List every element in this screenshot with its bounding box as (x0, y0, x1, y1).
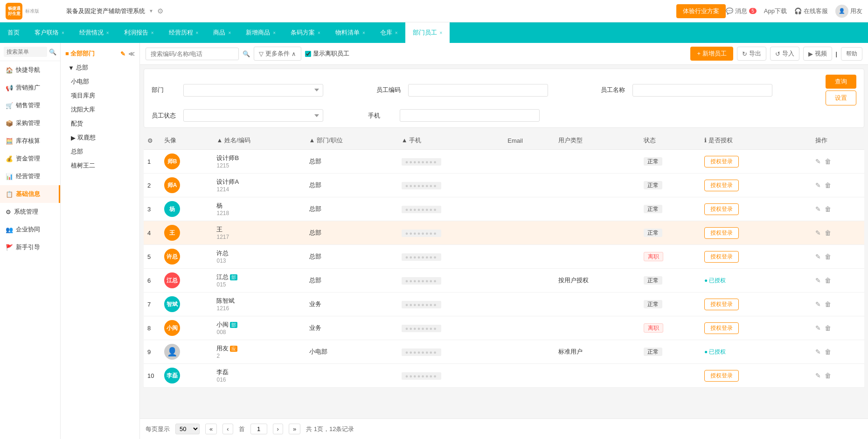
auth-button[interactable]: 授权登录 (704, 251, 739, 263)
collapse-tree-icon[interactable]: ≪ (128, 50, 135, 57)
show-resigned-label[interactable]: 显示离职员工 (305, 49, 349, 58)
sidebar-search-input[interactable] (4, 47, 47, 57)
edit-icon[interactable]: ✎ (815, 181, 821, 189)
tab-goods[interactable]: 商品 × (206, 22, 238, 43)
sidebar-item-inventory[interactable]: 🧮 库存核算 (0, 132, 60, 150)
edit-dept-icon[interactable]: ✎ (120, 50, 125, 57)
export-button[interactable]: ↻ 导出 (737, 47, 766, 61)
auth-button[interactable]: 授权登录 (704, 227, 739, 239)
filter-emp-name-input[interactable] (632, 84, 772, 97)
add-employee-button[interactable]: + 新增员工 (690, 47, 733, 61)
edit-icon[interactable]: ✎ (815, 229, 821, 237)
settings-icon[interactable]: ⚙ (157, 7, 163, 15)
tab-customer[interactable]: 客户联络 × (27, 22, 72, 43)
toolbar: 🔍 ▽ 更多条件 ∧ 显示离职员工 + 新增员工 ↻ 导出 (140, 43, 868, 65)
col-name[interactable]: ▲ 姓名/编码 (213, 132, 305, 150)
dept-node-zongbu[interactable]: ▼ 总部 (61, 61, 139, 75)
experience-button[interactable]: 体验行业方案 (676, 4, 726, 18)
more-filters-button[interactable]: ▽ 更多条件 ∧ (254, 47, 301, 61)
dept-node-zhishu[interactable]: 植树王二 (61, 159, 139, 173)
auth-button[interactable]: 授权登录 (704, 156, 739, 167)
sidebar-item-guide[interactable]: 🚩 新手引导 (0, 238, 60, 256)
dept-node-shuangluxiang[interactable]: ▶ 双鹿想 (61, 131, 139, 145)
edit-icon[interactable]: ✎ (815, 324, 821, 332)
sidebar-item-basic-info[interactable]: 📋 基础信息 (0, 185, 60, 203)
help-button[interactable]: 帮助 (841, 47, 862, 61)
auth-button[interactable]: 授权登录 (704, 299, 739, 310)
tab-bom[interactable]: 物料清单 × (328, 22, 373, 43)
tab-home[interactable]: 首页 (0, 22, 27, 43)
delete-icon[interactable]: 🗑 (825, 158, 831, 165)
reset-button[interactable]: 设置 (826, 91, 856, 105)
edit-icon[interactable]: ✎ (815, 372, 821, 379)
edit-icon[interactable]: ✎ (815, 253, 821, 260)
last-page-button[interactable]: » (289, 424, 300, 434)
tab-barcode[interactable]: 条码方案 × (283, 22, 328, 43)
messages-button[interactable]: 💬 消息 5 (726, 7, 757, 15)
prev-page-button[interactable]: ‹ (222, 424, 233, 434)
tab-history[interactable]: 经营历程 × (161, 22, 206, 43)
delete-icon[interactable]: 🗑 (825, 253, 831, 260)
auth-button[interactable]: 授权登录 (704, 322, 739, 334)
show-resigned-checkbox[interactable] (305, 51, 311, 57)
import-button[interactable]: ↺ 导入 (770, 47, 799, 61)
filter-emp-code-input[interactable] (408, 84, 548, 97)
auth-button[interactable]: 授权登录 (704, 180, 739, 191)
edit-icon[interactable]: ✎ (815, 158, 821, 165)
edit-icon[interactable]: ✎ (815, 277, 821, 284)
app-download-button[interactable]: App下载 (764, 7, 787, 15)
tab-new-goods[interactable]: 新增商品 × (238, 22, 283, 43)
sidebar-item-marketing[interactable]: 📢 营销推广 (0, 79, 60, 97)
filter-emp-status-select[interactable] (183, 109, 323, 122)
delete-icon[interactable]: 🗑 (825, 324, 831, 332)
delete-icon[interactable]: 🗑 (825, 229, 831, 237)
filter-emp-status: 员工状态 (152, 109, 359, 122)
delete-icon[interactable]: 🗑 (825, 372, 831, 379)
sidebar-item-finance[interactable]: 💰 资金管理 (0, 150, 60, 167)
filter-dept-select[interactable] (183, 84, 323, 97)
sidebar-item-purchase[interactable]: 📦 采购管理 (0, 114, 60, 132)
edit-icon[interactable]: ✎ (815, 348, 821, 355)
delete-icon[interactable]: 🗑 (825, 277, 831, 284)
delete-icon[interactable]: 🗑 (825, 181, 831, 189)
auth-button[interactable]: 授权登录 (704, 203, 739, 215)
dept-node-zongbu2[interactable]: 总部 (61, 145, 139, 159)
col-phone[interactable]: ▲ 手机 (398, 132, 504, 150)
auth-button[interactable]: 授权登录 (704, 370, 739, 382)
delete-icon[interactable]: 🗑 (825, 348, 831, 355)
dept-node-project[interactable]: 项目库房 (61, 89, 139, 103)
delete-icon[interactable]: 🗑 (825, 300, 831, 308)
sidebar-item-management[interactable]: 📊 经营管理 (0, 167, 60, 185)
page-number-input[interactable] (250, 424, 267, 434)
dept-node-shenyang[interactable]: 沈阳大库 (61, 103, 139, 117)
tab-operations[interactable]: 经营情况 × (72, 22, 117, 43)
avatar: 👤 (164, 344, 180, 360)
dept-node-peihuo[interactable]: 配货 (61, 117, 139, 131)
sidebar-item-system[interactable]: ⚙ 系统管理 (0, 203, 60, 221)
first-page-button[interactable]: « (205, 424, 217, 434)
col-settings[interactable]: ⚙ (144, 132, 160, 150)
tab-employees[interactable]: 部门员工 × (405, 22, 450, 43)
user-avatar[interactable]: 👤 用友 (835, 5, 862, 18)
tab-profit[interactable]: 利润报告 × (117, 22, 161, 43)
col-dept[interactable]: ▲ 部门/职位 (306, 132, 398, 150)
edit-icon[interactable]: ✎ (815, 300, 821, 308)
per-page-select[interactable]: 50 20 100 (175, 424, 200, 434)
sidebar-item-sales[interactable]: 🛒 销售管理 (0, 97, 60, 114)
filter-phone-input[interactable] (400, 109, 540, 122)
query-button[interactable]: 查询 (826, 75, 856, 89)
topbar-right: 💬 消息 5 App下载 🎧 在线客服 👤 用友 (726, 5, 862, 18)
search-icon[interactable]: 🔍 (243, 50, 250, 57)
online-service-button[interactable]: 🎧 在线客服 (794, 7, 828, 15)
sidebar-item-collab[interactable]: 👥 企业协同 (0, 221, 60, 238)
sidebar-item-quick-nav[interactable]: 🏠 快捷导航 (0, 61, 60, 79)
employee-phone: ●●●●●●●● (398, 340, 504, 364)
dept-node-xiaodiandept[interactable]: 小电部 (61, 75, 139, 89)
delete-icon[interactable]: 🗑 (825, 205, 831, 213)
next-page-button[interactable]: › (273, 424, 283, 434)
edit-icon[interactable]: ✎ (815, 205, 821, 213)
view-button[interactable]: ▶ 视频 (803, 47, 832, 61)
tab-warehouse[interactable]: 仓库 × (373, 22, 405, 43)
search-input[interactable] (146, 48, 239, 60)
dropdown-arrow-icon[interactable]: ▼ (149, 8, 153, 14)
